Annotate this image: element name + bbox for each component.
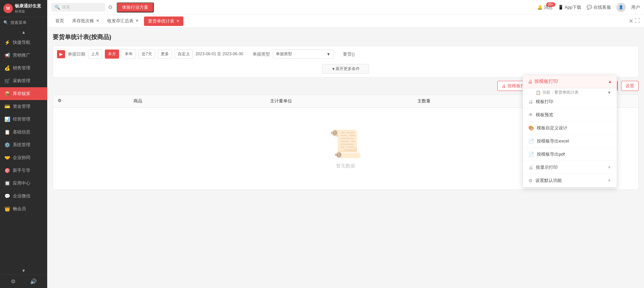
type-label: 单据类型 [253, 51, 270, 57]
operations-icon: 📊 [4, 116, 10, 122]
type-select[interactable]: 单据类型 ▼ [273, 50, 333, 59]
promo-button[interactable]: 体验行业方案 [117, 2, 154, 12]
dropdown-default-func[interactable]: ⚙ 设置默认功能 ▼ [523, 174, 617, 187]
close-tab-order-stats[interactable]: ✕ [176, 19, 179, 23]
printer-icon: 🖨 [502, 84, 506, 89]
empty-icon: 📜 [329, 128, 362, 160]
sidebar-settings-icon[interactable]: ⚙ [11, 278, 16, 285]
app-logo: W 畅康通好生意 标准版 [0, 0, 47, 17]
date-label: 单据日期 [68, 51, 85, 57]
sidebar-item-beginner[interactable]: 🎯 新手引导 [0, 164, 47, 177]
topbar-settings-icon[interactable]: ⚙ [108, 4, 113, 10]
expand-window-btn[interactable]: ⛶ [635, 18, 640, 24]
marketing-icon: 📢 [4, 52, 10, 58]
tab-home[interactable]: 首页 [51, 15, 68, 27]
print-dropdown-icon: 🖨 [528, 79, 532, 84]
date-btn-more[interactable]: 更多 [158, 50, 172, 59]
sidebar-sound-icon[interactable]: 🔊 [30, 278, 37, 285]
dropdown-template-preview[interactable]: 👁 模板预览 [523, 108, 617, 122]
display-print-arrow: ▼ [607, 165, 611, 170]
main-area: 🔍 搜索 ⚙ 体验行业方案 🔔 消息 99+ 📱 App下载 💬 在线客服 👤 … [47, 0, 644, 288]
default-func-icon: ⚙ [528, 178, 533, 183]
expand-more-btn[interactable]: ▼ 展开更多条件 [322, 64, 369, 74]
system-icon: ⚙️ [4, 142, 10, 148]
purchase-icon: 🛒 [4, 78, 10, 84]
app-version: 标准版 [15, 9, 41, 13]
user-name: 用户 [631, 4, 640, 10]
col-product: 商品 [66, 98, 209, 104]
print-dropdown-title: 按模板打印 [534, 78, 558, 85]
template-print-icon: 🖨 [528, 99, 533, 104]
scroll-down-btn[interactable]: ▼ [0, 267, 47, 275]
tab-receivable-summary[interactable]: 收发存汇总表 ✕ [103, 15, 143, 27]
export-pdf-icon: 📄 [528, 152, 534, 157]
logo-icon: W [3, 4, 13, 13]
close-tab-receivable-summary[interactable]: ✕ [136, 19, 139, 23]
close-window-btn[interactable]: ✕ [629, 18, 633, 24]
tab-inventory-batch[interactable]: 库存批次账 ✕ [68, 15, 103, 27]
tab-resize-btns: ✕ ⛶ [629, 18, 640, 24]
col-unit: 主计量单位 [209, 98, 352, 104]
sidebar-item-inventory[interactable]: 📦 库存核算 [0, 87, 47, 100]
member-icon: 👑 [4, 206, 10, 212]
dropdown-display-print[interactable]: 🖨 按显示打印 ▼ [523, 161, 617, 174]
col-quantity: 主数量 [352, 98, 495, 104]
filter-bar: ▶ 单据日期 上月 本月 本年 近7天 更多 自定义 2023-06-01 至 … [53, 46, 639, 77]
sales-icon: 💰 [4, 65, 10, 71]
scroll-up-btn[interactable]: ▲ [0, 28, 47, 36]
app-center-icon: 🔲 [4, 180, 10, 186]
avatar[interactable]: 👤 [616, 3, 626, 12]
date-btn-custom[interactable]: 自定义 [175, 50, 193, 59]
topbar: 🔍 搜索 ⚙ 体验行业方案 🔔 消息 99+ 📱 App下载 💬 在线客服 👤 … [47, 0, 644, 15]
customer-service-btn[interactable]: 💬 在线客服 [587, 4, 611, 10]
settings-btn[interactable]: 设置 [621, 81, 639, 91]
template-design-icon: 🎨 [528, 125, 534, 131]
sidebar-search[interactable]: 🔍 搜索菜单 [0, 17, 47, 28]
sidebar-item-purchase[interactable]: 🛒 采购管理 [0, 74, 47, 87]
dropdown-export-pdf[interactable]: 📄 按模板导出pdf [523, 148, 617, 161]
sidebar-item-member[interactable]: 👑 畅会员 [0, 202, 47, 215]
wechat-icon: 💬 [4, 193, 10, 199]
sidebar-nav: ⚡ 快捷导航 📢 营销推广 💰 销售管理 🛒 采购管理 📦 库存核算 💳 资金管… [0, 36, 47, 267]
dropdown-template-design[interactable]: 🎨 模板自定义设计 [523, 122, 617, 135]
topbar-search[interactable]: 🔍 搜索 [51, 3, 105, 11]
template-preview-icon: 👁 [528, 112, 533, 118]
sidebar-item-basic-info[interactable]: 📋 基础信息 [0, 126, 47, 138]
content-area: 要货单统计表(按商品) ▶ 单据日期 上月 本月 本年 近7天 更多 自定义 2… [47, 28, 644, 288]
dropdown-export-excel[interactable]: 📄 按模板导出excel [523, 135, 617, 148]
sidebar-item-marketing[interactable]: 📢 营销推广 [0, 49, 47, 62]
sidebar-item-collab[interactable]: 🤝 企业协同 [0, 151, 47, 164]
app-name: 畅康通好生意 [15, 3, 41, 9]
sidebar-item-quick-nav[interactable]: ⚡ 快捷导航 [0, 36, 47, 49]
sidebar-item-finance[interactable]: 💳 资金管理 [0, 100, 47, 113]
select-chevron-icon: ▼ [326, 52, 330, 57]
finance-icon: 💳 [4, 103, 10, 109]
sidebar-footer: ⚙ 🔊 [0, 275, 47, 288]
date-btn-this-month[interactable]: 本月 [105, 50, 119, 59]
app-download-btn[interactable]: 📱 App下载 [558, 4, 581, 10]
sidebar-item-wechat[interactable]: 💬 企业微信 [0, 190, 47, 202]
inventory-icon: 📦 [4, 91, 10, 97]
filter-expand-icon[interactable]: ▶ [57, 50, 65, 58]
date-btn-last-month[interactable]: 上月 [88, 50, 102, 59]
sidebar-item-app-center[interactable]: 🔲 应用中心 [0, 177, 47, 190]
close-tab-inventory-batch[interactable]: ✕ [96, 19, 99, 23]
collab-icon: 🤝 [4, 155, 10, 161]
date-range: 2023-06-01 至 2023-06-30 [196, 51, 243, 57]
date-btn-7days[interactable]: 近7天 [139, 50, 155, 59]
sidebar-item-sales[interactable]: 💰 销售管理 [0, 62, 47, 74]
print-dropdown-header: 🖨 按模板打印 ▲ [523, 75, 617, 88]
tabs-bar: 首页 库存批次账 ✕ 收发存汇总表 ✕ 要货单统计表 ✕ ✕ ⛶ [47, 15, 644, 28]
topbar-right: 🔔 消息 99+ 📱 App下载 💬 在线客服 👤 用户 [537, 3, 640, 12]
sidebar: W 畅康通好生意 标准版 🔍 搜索菜单 ▲ ⚡ 快捷导航 📢 营销推广 💰 销售… [0, 0, 47, 288]
col-settings[interactable]: ⚙ [53, 98, 66, 104]
date-btn-this-year[interactable]: 本年 [122, 50, 136, 59]
current-template-label: 📋 当前：要货单统计表 ▼ [523, 88, 617, 95]
tab-order-stats[interactable]: 要货单统计表 ✕ [144, 17, 183, 26]
sidebar-item-operations[interactable]: 📊 经营管理 [0, 113, 47, 126]
sidebar-item-system[interactable]: ⚙️ 系统管理 [0, 138, 47, 151]
notification-btn[interactable]: 🔔 消息 99+ [537, 4, 553, 10]
basic-info-icon: 📋 [4, 129, 10, 135]
dropdown-template-print[interactable]: 🖨 模板打印 [523, 95, 617, 108]
print-dropdown-close[interactable]: ▲ [608, 79, 612, 84]
